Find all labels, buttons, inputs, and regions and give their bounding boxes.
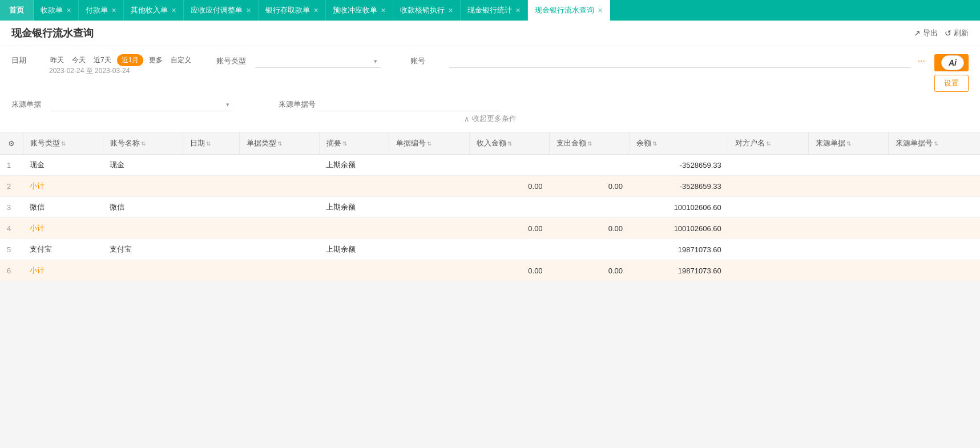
cell-source_doc_no — [888, 260, 980, 281]
sort-icon: ⇅ — [587, 140, 592, 147]
cell-account_name: 支付宝 — [103, 239, 183, 260]
settings-button[interactable]: 设置 — [934, 75, 969, 92]
col-header-date[interactable]: 日期⇅ — [183, 132, 239, 155]
cell-account_type: 小计 — [23, 260, 103, 281]
col-header-income[interactable]: 收入金额⇅ — [469, 132, 549, 155]
tab-close-icon[interactable]: ✕ — [171, 7, 176, 14]
nav-tab-预收冲应收单[interactable]: 预收冲应收单✕ — [326, 0, 393, 21]
cell-summary: 上期余额 — [319, 155, 389, 176]
tab-close-icon[interactable]: ✕ — [448, 7, 453, 14]
cell-doc_type — [239, 197, 319, 218]
col-label: 对方户名 — [735, 139, 765, 147]
col-header-doc_type[interactable]: 单据类型⇅ — [239, 132, 319, 155]
collapse-bar[interactable]: ∧ 收起更多条件 — [11, 114, 969, 124]
col-label: 单据类型 — [247, 139, 276, 147]
date-option-更多[interactable]: 更多 — [147, 54, 165, 66]
cell-account_name — [103, 260, 183, 281]
date-option-近1月[interactable]: 近1月 — [117, 54, 144, 66]
account-type-label: 账号类型 — [216, 56, 251, 66]
cell-account_name: 现金 — [103, 155, 183, 176]
col-header-doc_no[interactable]: 单据编号⇅ — [389, 132, 469, 155]
nav-tab-现金银行流水查询[interactable]: 现金银行流水查询✕ — [528, 0, 610, 21]
header-actions: ↗ 导出 ↺ 刷新 — [914, 28, 969, 38]
cell-doc_type — [239, 218, 319, 239]
nav-tab-现金银行统计[interactable]: 现金银行统计✕ — [461, 0, 528, 21]
table-row: 4小计0.000.00100102606.60 — [0, 218, 980, 239]
cell-source_doc_no — [888, 155, 980, 176]
date-option-近7天[interactable]: 近7天 — [91, 54, 114, 66]
tab-close-icon[interactable]: ✕ — [313, 7, 318, 14]
sort-icon: ⇅ — [206, 140, 211, 147]
col-header-account_type[interactable]: 账号类型⇅ — [23, 132, 103, 155]
col-header-account_name[interactable]: 账号名称⇅ — [103, 132, 183, 155]
nav-tab-label: 付款单 — [86, 5, 108, 15]
cell-source_doc_no — [888, 197, 980, 218]
col-label: 账号名称 — [110, 139, 140, 147]
source-doc-label: 来源单据 — [11, 99, 46, 110]
table-row: 6小计0.000.0019871073.60 — [0, 260, 980, 281]
nav-tab-应收应付调整单[interactable]: 应收应付调整单✕ — [184, 0, 259, 21]
date-option-自定义[interactable]: 自定义 — [168, 54, 193, 66]
refresh-button[interactable]: ↺ 刷新 — [945, 28, 969, 38]
cell-account_type: 小计 — [23, 176, 103, 197]
account-type-input[interactable] — [255, 54, 381, 68]
nav-tab-收款单[interactable]: 收款单✕ — [34, 0, 79, 21]
cell-income: 0.00 — [469, 218, 549, 239]
cell-source_doc_no — [888, 218, 980, 239]
sort-icon: ⇅ — [277, 140, 282, 147]
top-navigation: 首页 收款单✕付款单✕其他收入单✕应收应付调整单✕银行存取款单✕预收冲应收单✕收… — [0, 0, 980, 21]
source-doc-input[interactable] — [50, 98, 233, 111]
cell-counterpart — [728, 197, 808, 218]
page-title: 现金银行流水查询 — [11, 26, 94, 40]
export-button[interactable]: ↗ 导出 — [914, 28, 938, 38]
col-label: 来源单据 — [816, 139, 845, 147]
account-more-button[interactable]: ··· — [918, 56, 925, 66]
date-option-今天[interactable]: 今天 — [70, 54, 88, 66]
nav-tab-付款单[interactable]: 付款单✕ — [79, 0, 124, 21]
cell-account_type: 支付宝 — [23, 239, 103, 260]
tab-close-icon[interactable]: ✕ — [111, 7, 116, 14]
account-input[interactable] — [449, 54, 910, 68]
nav-tab-银行存取款单[interactable]: 银行存取款单✕ — [259, 0, 326, 21]
nav-tab-收款核销执行[interactable]: 收款核销执行✕ — [393, 0, 461, 21]
cell-balance: 100102606.60 — [630, 218, 728, 239]
col-header-source_doc_no[interactable]: 来源单据号⇅ — [888, 132, 980, 155]
col-header-source_doc[interactable]: 来源单据⇅ — [808, 132, 888, 155]
cell-source_doc — [808, 197, 888, 218]
nav-home[interactable]: 首页 — [0, 0, 34, 21]
row-number: 4 — [7, 224, 11, 233]
cell-summary — [319, 260, 389, 281]
col-label: 账号类型 — [30, 139, 60, 147]
col-header-settings[interactable]: ⚙ — [0, 132, 23, 155]
cell-expense — [550, 239, 630, 260]
col-header-counterpart[interactable]: 对方户名⇅ — [728, 132, 808, 155]
cell-income — [469, 197, 549, 218]
account-label: 账号 — [410, 56, 445, 66]
cell-expense: 0.00 — [550, 218, 630, 239]
cell-settings: 5 — [0, 239, 23, 260]
tab-close-icon[interactable]: ✕ — [246, 7, 251, 14]
source-doc-no-input[interactable] — [317, 98, 500, 111]
sort-icon: ⇅ — [342, 140, 347, 147]
tab-close-icon[interactable]: ✕ — [515, 7, 521, 14]
ai-badge[interactable]: Ai — [941, 55, 964, 70]
col-label: 余额 — [636, 139, 651, 147]
sort-icon: ⇅ — [61, 140, 66, 147]
cell-balance: -3528659.33 — [630, 155, 728, 176]
tab-close-icon[interactable]: ✕ — [381, 7, 386, 14]
table-row: 3微信微信上期余额100102606.60 — [0, 197, 980, 218]
tab-close-icon[interactable]: ✕ — [66, 7, 71, 14]
sort-icon: ⇅ — [141, 140, 146, 147]
cell-income — [469, 239, 549, 260]
cell-date — [183, 155, 239, 176]
date-option-昨天[interactable]: 昨天 — [48, 54, 66, 66]
col-header-balance[interactable]: 余额⇅ — [630, 132, 728, 155]
settings-col-icon[interactable]: ⚙ — [8, 139, 15, 148]
tab-close-icon[interactable]: ✕ — [598, 7, 603, 14]
nav-tab-label: 其他收入单 — [131, 5, 168, 15]
row-number: 6 — [7, 267, 11, 275]
col-header-summary[interactable]: 摘要⇅ — [319, 132, 389, 155]
col-header-expense[interactable]: 支出金额⇅ — [550, 132, 630, 155]
nav-tab-label: 预收冲应收单 — [333, 5, 377, 15]
nav-tab-其他收入单[interactable]: 其他收入单✕ — [124, 0, 184, 21]
